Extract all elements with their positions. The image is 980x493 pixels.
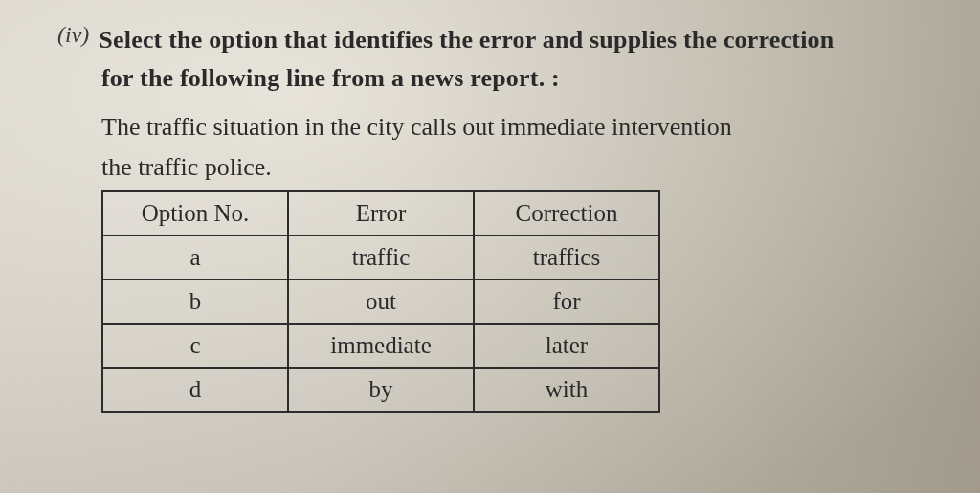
cell-option: c bbox=[102, 324, 288, 368]
table-header-row: Option No. Error Correction bbox=[102, 191, 659, 235]
cell-correction: for bbox=[474, 280, 659, 324]
options-table: Option No. Error Correction a traffic tr… bbox=[101, 190, 660, 413]
question-prompt-continuation: for the following line from a news repor… bbox=[101, 59, 953, 98]
cell-option: d bbox=[102, 368, 288, 412]
question-number: (iv) bbox=[57, 22, 89, 48]
table-row: b out for bbox=[102, 280, 659, 324]
cell-correction: later bbox=[474, 324, 659, 368]
sentence-line2: the traffic police. bbox=[101, 148, 953, 187]
header-correction: Correction bbox=[474, 191, 659, 235]
sentence-line1: The traffic situation in the city calls … bbox=[101, 108, 953, 146]
table-row: a traffic traffics bbox=[102, 235, 659, 280]
cell-correction: traffics bbox=[474, 235, 659, 280]
page-content: (iv) Select the option that identifies t… bbox=[0, 0, 980, 413]
question-prompt-line2: for the following line from a news repor… bbox=[101, 64, 560, 92]
cell-error: by bbox=[288, 368, 474, 412]
table-row: c immediate later bbox=[102, 324, 659, 368]
header-error: Error bbox=[288, 191, 474, 235]
table-row: d by with bbox=[102, 368, 659, 412]
cell-option: b bbox=[102, 280, 288, 324]
cell-option: a bbox=[102, 235, 288, 280]
question-header: (iv) Select the option that identifies t… bbox=[57, 21, 953, 59]
header-option-no: Option No. bbox=[102, 191, 288, 235]
cell-correction: with bbox=[474, 368, 659, 412]
cell-error: out bbox=[288, 280, 474, 324]
cell-error: immediate bbox=[288, 324, 474, 368]
options-table-wrap: Option No. Error Correction a traffic tr… bbox=[101, 190, 953, 413]
question-prompt-line1: Select the option that identifies the er… bbox=[99, 21, 834, 59]
cell-error: traffic bbox=[288, 235, 474, 280]
